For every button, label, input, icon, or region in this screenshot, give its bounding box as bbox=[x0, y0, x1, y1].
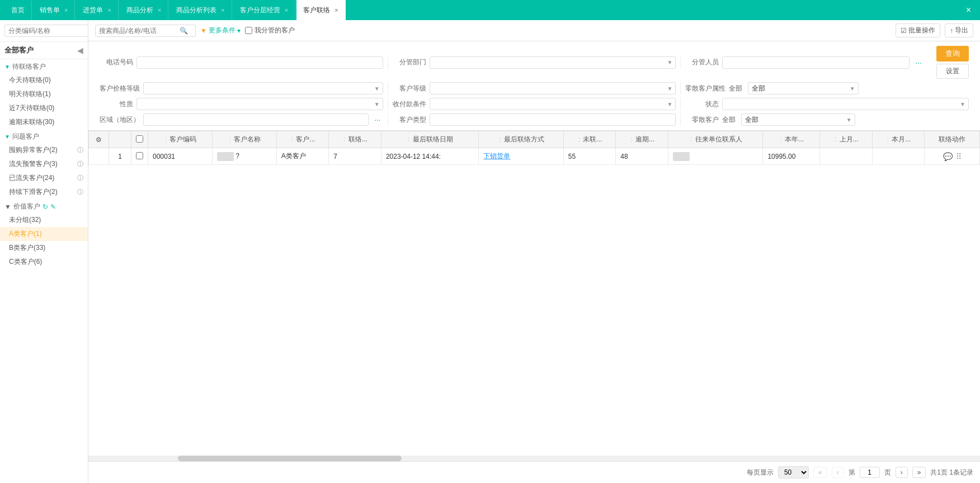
row-checkbox[interactable] bbox=[136, 152, 143, 159]
row-action-icons: 💬 ⠿ bbox=[929, 152, 975, 161]
tab-customer-tier-close[interactable]: × bbox=[285, 7, 288, 13]
manager-more-dots[interactable]: ··· bbox=[913, 58, 924, 67]
sidebar-item-overdue-contact[interactable]: 逾期未联络(30) bbox=[0, 115, 88, 129]
declining-label: 持续下滑客户(2) bbox=[9, 187, 58, 197]
sidebar-item-loss-warning[interactable]: 流失预警客户(3) ⓘ bbox=[0, 157, 88, 171]
tab-goods-analysis-list-close[interactable]: × bbox=[221, 7, 224, 13]
tab-customer-contact-close[interactable]: × bbox=[334, 7, 338, 13]
chat-icon[interactable]: 💬 bbox=[943, 152, 953, 161]
sidebar-item-today-contact[interactable]: 今天待联络(0) bbox=[0, 73, 88, 87]
sidebar-collapse-button[interactable]: ◀ bbox=[77, 46, 83, 55]
row-check-cell[interactable] bbox=[131, 148, 148, 165]
col-last-date-header[interactable]: : 最后联络日期 bbox=[381, 131, 479, 148]
tab-purchase-close[interactable]: × bbox=[107, 7, 111, 13]
horizontal-scrollbar[interactable] bbox=[88, 456, 980, 461]
prev-page-button[interactable]: ‹ bbox=[832, 467, 844, 478]
row-last-method[interactable]: 下销货单 bbox=[483, 152, 510, 160]
qr-icon[interactable]: ⠿ bbox=[956, 152, 962, 161]
refresh-value-button[interactable]: ↻ bbox=[43, 203, 48, 211]
manager-input[interactable] bbox=[722, 56, 910, 69]
row-overdue: 48 bbox=[620, 153, 628, 160]
my-customers-checkbox-label[interactable]: 我分管的客户 bbox=[245, 26, 295, 35]
col-last-method-header[interactable]: : 最后联络方式 bbox=[479, 131, 563, 148]
nature-select[interactable] bbox=[136, 98, 383, 110]
select-all-checkbox[interactable] bbox=[136, 135, 143, 143]
sidebar-item-class-b[interactable]: B类客户(33) bbox=[0, 241, 88, 255]
sidebar-item-declining[interactable]: 持续下滑客户(2) ⓘ bbox=[0, 185, 88, 199]
export-button[interactable]: ↑ 导出 bbox=[945, 23, 973, 37]
col-code-header[interactable]: : 客户编码 bbox=[148, 131, 213, 148]
retail-attr-select[interactable]: 全部 bbox=[748, 82, 858, 94]
customer-name-block bbox=[217, 152, 234, 161]
col-no-contact-label: 未联... bbox=[583, 135, 602, 143]
settings-button[interactable]: 设置 bbox=[936, 64, 969, 79]
col-check-header[interactable] bbox=[131, 131, 148, 148]
per-page-select[interactable]: 50 100 200 bbox=[778, 466, 809, 479]
sidebar-item-class-a[interactable]: A类客户(1) bbox=[0, 227, 88, 241]
filter-search-icon[interactable]: 🔍 bbox=[180, 27, 188, 35]
my-customers-checkbox[interactable] bbox=[245, 27, 252, 34]
tab-goods-analysis-list[interactable]: 商品分析列表 × bbox=[169, 0, 232, 20]
tab-goods-analysis-close[interactable]: × bbox=[158, 7, 161, 13]
tab-customer-contact[interactable]: 客户联络 × bbox=[296, 0, 345, 20]
page-number-input[interactable] bbox=[860, 467, 880, 478]
col-type-header[interactable]: : 客户... bbox=[276, 131, 329, 148]
sidebar-item-lost[interactable]: 已流失客户(24) ⓘ bbox=[0, 171, 88, 185]
col-contact-header[interactable]: : 联络... bbox=[329, 131, 381, 148]
row-this-month-cell bbox=[872, 148, 925, 165]
batch-label: 批量操作 bbox=[908, 26, 935, 35]
col-overdue-header[interactable]: : 逾期... bbox=[616, 131, 668, 148]
sidebar-item-class-c[interactable]: C类客户(6) bbox=[0, 255, 88, 269]
customer-level-select[interactable] bbox=[430, 82, 676, 94]
next-page-button[interactable]: › bbox=[896, 467, 908, 478]
sidebar-item-abnormal[interactable]: 囤购异常客户(2) ⓘ bbox=[0, 143, 88, 157]
col-last-month-header[interactable]: : 上月... bbox=[820, 131, 873, 148]
sidebar-search-input[interactable] bbox=[4, 25, 88, 37]
col-name-header[interactable]: : 客户名称 bbox=[212, 131, 276, 148]
col-unit-contact-header[interactable]: : 往来单位联系人 bbox=[668, 131, 762, 148]
tab-home[interactable]: 首页 bbox=[4, 0, 32, 20]
dept-select[interactable] bbox=[430, 56, 676, 69]
unclassified-label: 未分组(32) bbox=[9, 215, 41, 225]
scrollbar-thumb[interactable] bbox=[178, 456, 402, 461]
retail-customer-select[interactable]: 全部 bbox=[741, 113, 855, 126]
col-last-method-label: 最后联络方式 bbox=[504, 135, 544, 143]
tab-sales-close[interactable]: × bbox=[64, 7, 68, 13]
sidebar-item-unclassified[interactable]: 未分组(32) bbox=[0, 213, 88, 227]
col-type-label: 客户... bbox=[296, 135, 315, 143]
region-input[interactable] bbox=[143, 113, 369, 126]
col-gear-header[interactable]: ⚙ bbox=[89, 131, 109, 148]
phone-input[interactable] bbox=[136, 56, 383, 69]
query-button[interactable]: 查询 bbox=[936, 46, 969, 61]
first-page-button[interactable]: « bbox=[813, 467, 827, 478]
tab-customer-tier[interactable]: 客户分层经营 × bbox=[233, 0, 295, 20]
col-separator: : bbox=[165, 135, 167, 143]
col-code-label: 客户编码 bbox=[169, 135, 196, 143]
filter-more-button[interactable]: ▼ 更多条件 ▾ bbox=[200, 26, 241, 35]
col-this-month-header[interactable]: : 本月... bbox=[872, 131, 925, 148]
tab-sales[interactable]: 销售单 × bbox=[33, 0, 75, 20]
filter-search-input[interactable] bbox=[99, 27, 177, 35]
tab-customer-contact-label: 客户联络 bbox=[303, 6, 330, 15]
edit-value-button[interactable]: ✎ bbox=[50, 203, 56, 211]
col-no-contact-header[interactable]: : 未联... bbox=[563, 131, 616, 148]
table-row: 1 000031 ? A类客户 7 2023-04-12 14:44: 下销货单… bbox=[89, 148, 980, 165]
sidebar-item-7days-contact[interactable]: 近7天待联络(0) bbox=[0, 101, 88, 115]
row-type: A类客户 bbox=[281, 152, 306, 160]
tab-purchase[interactable]: 进货单 × bbox=[76, 0, 118, 20]
col-this-year-header[interactable]: : 本年... bbox=[763, 131, 820, 148]
batch-operation-button[interactable]: ☑ 批量操作 bbox=[896, 23, 940, 37]
customer-type-input[interactable] bbox=[430, 113, 676, 126]
region-more-dots[interactable]: ··· bbox=[372, 115, 383, 124]
status-select[interactable] bbox=[722, 98, 969, 110]
sidebar-item-tomorrow-contact[interactable]: 明天待联络(1) bbox=[0, 87, 88, 101]
abnormal-label: 囤购异常客户(2) bbox=[9, 145, 58, 155]
last-page-button[interactable]: » bbox=[912, 467, 926, 478]
col-unit-contact-label: 往来单位联系人 bbox=[695, 135, 742, 143]
price-level-select[interactable] bbox=[143, 82, 383, 94]
window-close-button[interactable]: × bbox=[962, 3, 976, 17]
batch-checkbox-icon: ☑ bbox=[901, 27, 907, 35]
payment-select[interactable] bbox=[430, 98, 676, 110]
tab-goods-analysis[interactable]: 商品分析 × bbox=[120, 0, 168, 20]
customer-name-text: ? bbox=[235, 152, 239, 160]
